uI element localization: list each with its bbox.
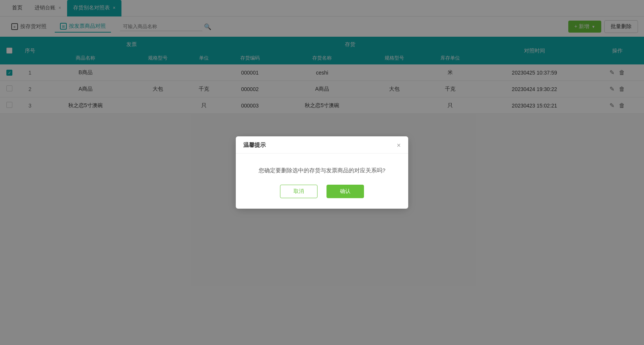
modal-overlay: 温馨提示 × 您确定要删除选中的存货与发票商品的对应关系吗? 取消 确认 (0, 0, 644, 114)
